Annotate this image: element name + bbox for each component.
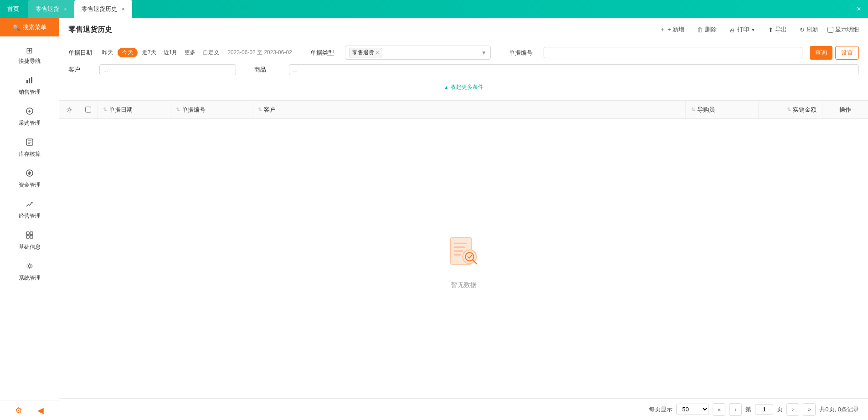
th-number[interactable]: ⇅ 单据编号 — [170, 101, 252, 118]
prev-page-button[interactable]: ‹ — [729, 403, 742, 416]
new-button[interactable]: ＋ + 新增 — [656, 24, 688, 36]
per-page-label: 每页显示 — [649, 405, 673, 414]
customer-input[interactable]: ... — [99, 64, 236, 75]
inventory-icon — [26, 138, 34, 149]
type-tag: 零售退货 × — [349, 48, 382, 57]
th-settings[interactable] — [59, 101, 79, 118]
type-select[interactable]: 零售退货 × ▼ — [345, 46, 491, 60]
print-arrow-icon: ▼ — [751, 27, 755, 32]
last-page-button[interactable]: » — [803, 403, 816, 416]
sidebar-search[interactable]: 🔍 搜索菜单 — [0, 18, 59, 36]
sidebar: 🔍 搜索菜单 ⊞ 快捷导航 销售管理 采购管理 — [0, 18, 59, 420]
date-btn-1month[interactable]: 近1月 — [161, 48, 180, 57]
sidebar-item-purchase-mgmt[interactable]: 采购管理 — [0, 102, 59, 133]
sidebar-item-label: 基础信息 — [19, 243, 41, 251]
type-tag-remove[interactable]: × — [376, 50, 379, 56]
collapse-row: ▲ 收起更多条件 — [68, 80, 859, 100]
number-input[interactable] — [544, 47, 802, 58]
date-label: 单据日期 — [68, 49, 96, 57]
first-page-button[interactable]: « — [713, 403, 725, 416]
svg-rect-14 — [453, 246, 465, 248]
svg-rect-15 — [453, 250, 463, 251]
collapse-sidebar-button[interactable]: ◀ — [37, 405, 44, 415]
th-checkbox[interactable] — [79, 101, 98, 118]
operations-icon — [26, 200, 34, 210]
total-records: 共0页, 0条记录 — [819, 405, 859, 414]
svg-point-10 — [28, 265, 31, 267]
new-icon: ＋ — [660, 26, 666, 34]
empty-text: 暂无数据 — [451, 281, 477, 289]
settings-filter-button[interactable]: 设置 — [835, 46, 859, 60]
sort-icon: ⇅ — [176, 107, 180, 113]
sidebar-item-inventory[interactable]: 库存核算 — [0, 133, 59, 164]
per-page-select[interactable]: 50 10 20 100 — [676, 404, 709, 415]
purchase-icon — [26, 107, 34, 118]
finance-icon — [26, 169, 34, 179]
tab-retail-return-close[interactable]: × — [64, 6, 67, 12]
sidebar-item-system-mgmt[interactable]: 系统管理 — [0, 256, 59, 287]
tab-retail-return-history[interactable]: 零售退货历史 × — [74, 0, 132, 18]
delete-button[interactable]: 🗑 删除 — [693, 24, 720, 36]
date-range-display: 2023-06-02 至 2023-06-02 — [227, 49, 292, 56]
search-icon: 🔍 — [13, 24, 20, 31]
tab-home-label: 首页 — [7, 5, 19, 13]
th-guide[interactable]: ⇅ 导购员 — [686, 101, 759, 118]
tab-home[interactable]: 首页 — [0, 0, 26, 18]
sidebar-item-quick-nav[interactable]: ⊞ 快捷导航 — [0, 40, 59, 71]
query-button[interactable]: 查询 — [810, 46, 832, 60]
current-page-input[interactable]: 1 — [755, 404, 773, 415]
export-button[interactable]: ⬆ 导出 — [765, 24, 791, 36]
tab-retail-return-history-label: 零售退货历史 — [82, 5, 117, 13]
sidebar-bottom: ⚙ ◀ — [0, 400, 59, 420]
goods-input[interactable]: ... — [289, 64, 859, 75]
refresh-button[interactable]: ↻ 刷新 — [796, 24, 822, 36]
content-main: ⇅ 单据日期 ⇅ 单据编号 ⇅ 客户 ⇅ 导购员 — [59, 101, 868, 420]
table-header: ⇅ 单据日期 ⇅ 单据编号 ⇅ 客户 ⇅ 导购员 — [59, 101, 868, 119]
date-btn-7days[interactable]: 近7天 — [139, 48, 159, 57]
tab-retail-return-label: 零售退货 — [36, 5, 59, 13]
display-checkbox-input[interactable] — [827, 27, 833, 33]
date-btn-today[interactable]: 今天 — [118, 48, 138, 57]
toolbar: ＋ + 新增 🗑 删除 🖨 打印 ▼ ⬆ 导出 — [656, 24, 859, 36]
svg-rect-13 — [453, 242, 467, 244]
th-date[interactable]: ⇅ 单据日期 — [98, 101, 170, 118]
date-btn-more[interactable]: 更多 — [182, 48, 198, 57]
svg-rect-0 — [26, 80, 28, 83]
tab-retail-return-history-close[interactable]: × — [122, 6, 125, 12]
sidebar-item-label: 系统管理 — [19, 274, 41, 282]
print-button[interactable]: 🖨 打印 ▼ — [726, 24, 759, 36]
page-header: 零售退货历史 ＋ + 新增 🗑 删除 🖨 打印 ▼ — [59, 18, 868, 101]
system-icon — [26, 262, 34, 272]
display-detail-checkbox[interactable]: 显示明细 — [827, 26, 859, 34]
table-container: ⇅ 单据日期 ⇅ 单据编号 ⇅ 客户 ⇅ 导购员 — [59, 101, 868, 398]
sidebar-item-operations[interactable]: 经营管理 — [0, 195, 59, 225]
sidebar-search-label: 搜索菜单 — [23, 23, 46, 31]
date-btn-yesterday[interactable]: 昨天 — [99, 48, 116, 57]
basic-info-icon — [26, 231, 34, 241]
sort-icon: ⇅ — [258, 107, 262, 113]
tab-retail-return[interactable]: 零售退货 × — [28, 0, 74, 18]
sidebar-item-basic-info[interactable]: 基础信息 — [0, 225, 59, 256]
pagination: 每页显示 50 10 20 100 « ‹ 第 1 页 › — [59, 398, 868, 420]
sort-icon: ⇅ — [787, 107, 791, 113]
sidebar-item-finance[interactable]: 资金管理 — [0, 164, 59, 195]
type-select-arrow: ▼ — [481, 50, 487, 56]
date-btn-custom[interactable]: 自定义 — [200, 48, 222, 57]
sidebar-item-sales-mgmt[interactable]: 销售管理 — [0, 71, 59, 102]
sidebar-item-label: 库存核算 — [19, 150, 41, 158]
svg-rect-2 — [31, 77, 32, 83]
th-amount[interactable]: ⇅ 实销金额 — [759, 101, 822, 118]
empty-state: 暂无数据 — [59, 119, 868, 398]
collapse-button[interactable]: ▲ 收起更多条件 — [438, 82, 489, 93]
type-label: 单据类型 — [310, 49, 338, 57]
sidebar-item-label: 销售管理 — [19, 88, 41, 96]
th-customer[interactable]: ⇅ 客户 — [252, 101, 686, 118]
goods-label: 商品 — [254, 66, 282, 74]
sidebar-item-label: 快捷导航 — [19, 57, 41, 65]
window-close-button[interactable]: × — [850, 0, 868, 18]
next-page-button[interactable]: › — [786, 403, 799, 416]
select-all-checkbox[interactable] — [85, 107, 91, 113]
filter-area: 单据日期 昨天 今天 近7天 近1月 更多 自定义 2023-06-02 至 2… — [68, 41, 859, 100]
svg-rect-16 — [453, 254, 461, 255]
settings-button[interactable]: ⚙ — [15, 405, 22, 415]
